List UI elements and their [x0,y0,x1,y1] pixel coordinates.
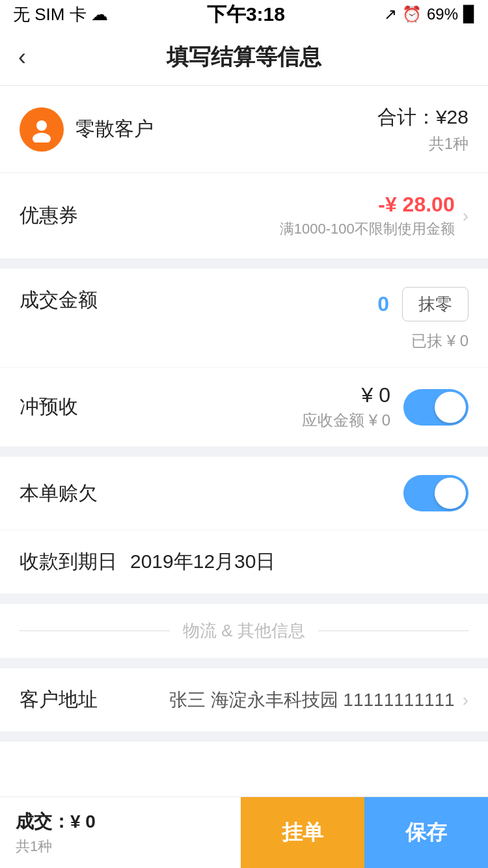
svg-point-1 [33,133,51,142]
prepayment-toggle[interactable] [403,389,468,426]
battery-icon: ▉ [463,5,475,23]
deal-section: 成交金额 0 抹零 已抹 ¥ 0 冲预收 ¥ 0 应收金额 ¥ 0 [0,269,488,446]
status-right: ↗ ⏰ 69% ▉ [384,5,475,23]
save-button[interactable]: 保存 [364,797,488,868]
sim-label: 无 SIM 卡 ☁ [13,3,108,26]
customer-right: 合计：¥28 共1种 [377,104,468,154]
customer-section: 零散客户 合计：¥28 共1种 优惠券 -¥ 28.00 满1000-100不限… [0,86,488,258]
credit-section: 本单赊欠 收款到期日 2019年12月30日 [0,457,488,593]
deal-amount-value: 0 [377,292,389,316]
bottom-deal-row: 成交：¥ 0 [16,809,225,834]
page-title: 填写结算等信息 [167,42,321,72]
due-date-value: 2019年12月30日 [130,549,275,575]
address-row[interactable]: 客户地址 张三 海淀永丰科技园 11111111111 › [0,668,488,731]
address-value: 张三 海淀永丰科技园 11111111111 [111,688,455,712]
credit-toggle-knob [435,478,466,509]
deal-amount-right: 0 抹零 已抹 ¥ 0 [377,287,468,351]
credit-row: 本单赊欠 [0,457,488,530]
bottom-count: 共1种 [16,837,225,856]
deal-amount-sub: 已抹 ¥ 0 [411,331,468,351]
prepayment-label: 冲预收 [20,394,78,420]
round-button[interactable]: 抹零 [402,287,468,321]
hang-button[interactable]: 挂单 [241,797,364,868]
separator-section: 物流 & 其他信息 [0,604,488,658]
customer-count: 共1种 [377,133,468,154]
credit-label: 本单赊欠 [20,480,98,507]
bottom-info: 成交：¥ 0 共1种 [0,797,241,868]
credit-toggle[interactable] [403,475,468,511]
prepayment-row: 冲预收 ¥ 0 应收金额 ¥ 0 [0,368,488,446]
avatar [20,107,64,152]
battery-label: 69% [427,5,458,23]
deal-amount-controls: 0 抹零 [377,287,468,321]
content: 零散客户 合计：¥28 共1种 优惠券 -¥ 28.00 满1000-100不限… [0,86,488,868]
deal-amount-label: 成交金额 [20,287,98,314]
nav-bar: ‹ 填写结算等信息 [0,29,488,86]
address-section: 客户地址 张三 海淀永丰科技园 11111111111 › [0,668,488,731]
status-bar: 无 SIM 卡 ☁ 下午3:18 ↗ ⏰ 69% ▉ [0,0,488,29]
deal-amount-row: 成交金额 0 抹零 已抹 ¥ 0 [0,269,488,368]
sep-line-left [20,631,170,631]
customer-name: 零散客户 [75,116,154,142]
prepayment-right: ¥ 0 应收金额 ¥ 0 [302,383,468,431]
prepayment-sub: 应收金额 ¥ 0 [302,410,390,431]
coupon-value-block: -¥ 28.00 满1000-100不限制使用金额 [280,193,455,239]
customer-total: 合计：¥28 [377,104,468,131]
signal-icon: ↗ [384,5,397,23]
due-date-label: 收款到期日 [20,549,117,575]
sep-line-right [318,631,468,631]
coupon-row[interactable]: 优惠券 -¥ 28.00 满1000-100不限制使用金额 › [0,172,488,258]
due-date-row: 收款到期日 2019年12月30日 [0,530,488,593]
customer-row[interactable]: 零散客户 合计：¥28 共1种 [0,86,488,172]
customer-left: 零散客户 [20,107,154,152]
svg-point-0 [36,120,47,131]
address-chevron-icon: › [463,690,468,711]
status-left: 无 SIM 卡 ☁ [13,3,108,26]
back-button[interactable]: ‹ [18,44,26,71]
status-time: 下午3:18 [207,1,285,28]
coupon-amount: -¥ 28.00 [280,193,455,217]
sep-line: 物流 & 其他信息 [0,604,488,658]
bottom-deal-label: 成交： [16,811,70,832]
address-label: 客户地址 [20,686,98,713]
coupon-desc: 满1000-100不限制使用金额 [280,219,455,239]
sep-text: 物流 & 其他信息 [183,619,305,642]
bottom-deal-value: ¥ 0 [70,811,96,832]
clock-icon: ⏰ [402,5,422,23]
bottom-bar: 成交：¥ 0 共1种 挂单 保存 [0,796,488,868]
prepayment-amount-block: ¥ 0 应收金额 ¥ 0 [302,383,390,431]
prepayment-amount: ¥ 0 [302,383,390,407]
coupon-label: 优惠券 [20,202,78,229]
toggle-knob [435,392,466,423]
chevron-right-icon: › [463,206,468,226]
coupon-right: -¥ 28.00 满1000-100不限制使用金额 › [280,193,468,239]
